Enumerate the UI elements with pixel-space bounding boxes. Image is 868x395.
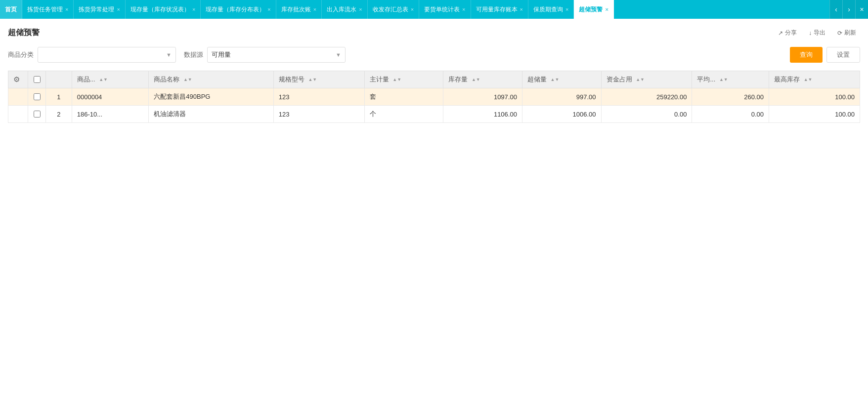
nav-tab-batch-ledger[interactable]: 库存批次账 × [276,0,322,19]
nav-tab-overstock[interactable]: 超储预警 × [574,0,613,19]
td-unit: 个 [364,106,443,123]
nav-tab-avail-ledger[interactable]: 可用量库存账本 × [471,0,528,19]
sort-icon[interactable]: ▲▼ [183,78,192,82]
page-title: 超储预警 [8,28,40,38]
sort-icon[interactable]: ▲▼ [392,78,401,82]
close-icon[interactable]: × [65,6,68,12]
th-product-name-label: 商品名称 [154,76,179,83]
settings-button[interactable]: 设置 [826,47,860,63]
export-button[interactable]: ↓ 导出 [805,27,829,39]
refresh-label: 刷新 [844,29,856,37]
datasource-value: 可用量 [212,50,231,59]
nav-close-arrow[interactable]: × [855,0,868,19]
close-icon[interactable]: × [359,6,362,12]
th-product-code-label: 商品... [77,76,95,83]
datasource-label: 数据源 [184,50,203,59]
table-header: ⚙ 商品... ▲▼ 商品名称 ▲▼ 规格型号 [8,71,860,88]
datasource-filter-group: 数据源 可用量 ▼ [184,47,346,63]
th-unit: 主计量 ▲▼ [364,71,443,88]
td-row-num: 1 [46,88,72,106]
close-icon[interactable]: × [411,6,414,12]
th-overstock: 超储量 ▲▼ [522,71,601,88]
sort-icon[interactable]: ▲▼ [636,78,645,82]
row-checkbox-wrap [33,111,41,118]
th-capital: 资金占用 ▲▼ [601,71,692,88]
td-overstock: 1006.00 [522,106,601,123]
nav-tab-task-mgmt[interactable]: 拣货任务管理 × [22,0,74,19]
td-capital: 259220.00 [601,88,692,106]
td-product-code: 186-10... [72,106,149,123]
td-avg: 260.00 [692,88,769,106]
th-overstock-label: 超储量 [527,76,547,83]
query-button[interactable]: 查询 [790,47,823,63]
close-icon[interactable]: × [192,6,195,12]
nav-tab-overstock-label: 超储预警 [579,5,603,14]
th-product-name: 商品名称 ▲▼ [149,71,273,88]
th-max-stock-label: 最高库存 [774,76,800,83]
category-select[interactable]: ▼ [38,47,176,63]
nav-tab-avail-ledger-label: 可用量库存账本 [476,5,518,14]
main-content: 超储预警 ↗ 分享 ↓ 导出 ⟳ 刷新 商品分类 ▼ 数据源 [0,19,868,395]
th-unit-label: 主计量 [370,76,389,83]
sort-icon[interactable]: ▲▼ [472,78,480,82]
nav-tab-abnormal[interactable]: 拣货异常处理 × [74,0,125,19]
datasource-select[interactable]: 可用量 ▼ [207,47,346,63]
close-icon[interactable]: × [605,6,608,12]
close-icon[interactable]: × [313,6,316,12]
nav-tab-stock-status[interactable]: 现存量（库存状况表） × [126,0,201,19]
td-row-num: 2 [46,106,72,123]
td-product-name: 机油滤清器 [149,106,273,123]
nav-tab-stock-dist-label: 现存量（库存分布表） [206,5,265,14]
td-max-stock: 100.00 [769,88,860,106]
chevron-down-icon: ▼ [166,52,172,58]
nav-tab-stock-status-label: 现存量（库存状况表） [130,5,190,14]
td-checkbox [28,106,46,123]
th-checkbox [28,71,46,88]
nav-right-arrow[interactable]: › [842,0,855,19]
nav-tab-stock-dist[interactable]: 现存量（库存分布表） × [201,0,276,19]
share-icon: ↗ [778,30,783,37]
nav-tab-home[interactable]: 首页 [0,0,22,19]
share-button[interactable]: ↗ 分享 [774,27,801,39]
nav-tab-task-mgmt-label: 拣货任务管理 [27,5,63,14]
close-icon[interactable]: × [565,6,568,12]
refresh-button[interactable]: ⟳ 刷新 [833,27,860,39]
nav-tab-shelf-life[interactable]: 保质期查询 × [528,0,574,19]
nav-arrows: ‹ › × [829,0,868,19]
data-table: ⚙ 商品... ▲▼ 商品名称 ▲▼ 规格型号 [8,71,860,123]
sort-icon[interactable]: ▲▼ [99,78,108,82]
header-actions: ↗ 分享 ↓ 导出 ⟳ 刷新 [774,27,860,39]
select-all-checkbox[interactable] [34,76,41,83]
th-spec: 规格型号 ▲▼ [273,71,364,88]
page-header: 超储预警 ↗ 分享 ↓ 导出 ⟳ 刷新 [8,27,860,39]
row-checkbox[interactable] [34,111,41,118]
th-product-code: 商品... ▲▼ [72,71,149,88]
th-gear: ⚙ [8,71,28,88]
top-navigation: 首页 拣货任务管理 × 拣货异常处理 × 现存量（库存状况表） × 现存量（库存… [0,0,868,19]
category-filter-group: 商品分类 ▼ [8,47,176,63]
chevron-down-icon: ▼ [336,52,341,58]
nav-left-arrow[interactable]: ‹ [829,0,842,19]
close-icon[interactable]: × [520,6,523,12]
sort-icon[interactable]: ▲▼ [551,78,560,82]
row-checkbox[interactable] [34,93,41,100]
share-label: 分享 [785,29,797,37]
th-row-num [46,71,72,88]
sort-icon[interactable]: ▲▼ [308,78,317,82]
sort-icon[interactable]: ▲▼ [804,78,813,82]
close-icon[interactable]: × [117,6,120,12]
filter-area: 商品分类 ▼ 数据源 可用量 ▼ 查询 设置 [8,47,860,63]
close-icon[interactable]: × [267,6,270,12]
nav-tab-recv-send-label: 收发存汇总表 [373,5,408,14]
sort-icon[interactable]: ▲▼ [719,78,728,82]
refresh-icon: ⟳ [837,30,842,37]
nav-tab-inout-flow[interactable]: 出入库流水 × [322,0,367,19]
gear-icon[interactable]: ⚙ [13,75,20,83]
select-all-checkbox-wrap [33,76,41,83]
category-label: 商品分类 [8,50,34,59]
close-icon[interactable]: × [462,6,465,12]
th-avg: 平均... ▲▼ [692,71,769,88]
nav-tab-recv-send[interactable]: 收发存汇总表 × [368,0,419,19]
nav-tab-order-stats[interactable]: 要货单统计表 × [419,0,471,19]
th-spec-label: 规格型号 [279,76,304,83]
